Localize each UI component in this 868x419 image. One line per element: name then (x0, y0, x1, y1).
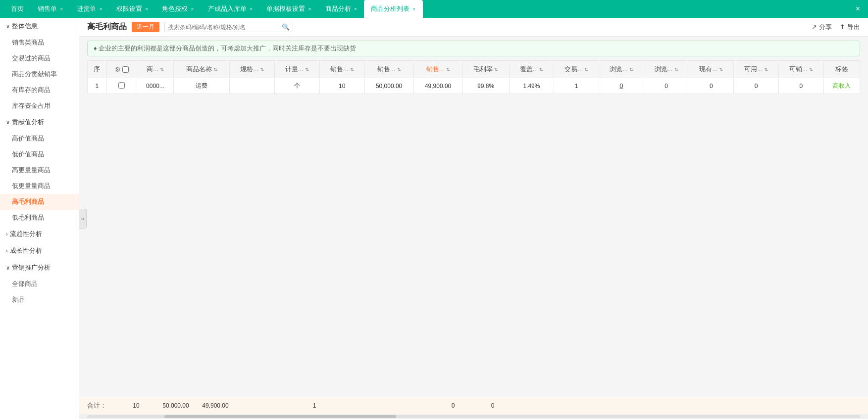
tab-analysis-label: 商品分析 (325, 4, 351, 13)
col-name[interactable]: 商品名称 ⇅ (174, 61, 230, 78)
cell-trade-days: 1 (554, 78, 599, 94)
tab-home[interactable]: 首页 (4, 0, 31, 18)
sidebar-section-marketing-label: 营销推广分析 (12, 263, 51, 272)
sidebar-section-growth[interactable]: › 成长性分析 (0, 242, 79, 259)
scrollbar-track (87, 415, 860, 418)
content-header: 高毛利商品 近一月 🔍 ↗ 分享 ⬆ 导出 (79, 18, 868, 37)
footer-label: 合计： (87, 401, 106, 410)
sort-icon-sale-qty: ⇅ (350, 67, 354, 72)
col-code[interactable]: 商... ⇅ (137, 61, 173, 78)
select-all-checkbox[interactable] (122, 66, 129, 73)
tab-purchase-close[interactable]: × (99, 6, 102, 12)
cell-current-stock: 0 (689, 78, 734, 94)
col-sale-qty[interactable]: 销售... ⇅ (319, 61, 364, 78)
footer-bar: 合计： 10 50,000.00 49,900.00 1 0 0 (79, 397, 868, 414)
sidebar-item-high-freq[interactable]: 高更量量商品 (0, 162, 79, 178)
tab-analysis-list[interactable]: 商品分析列表 × (364, 0, 422, 18)
chevron-right-icon-2: › (6, 248, 8, 254)
cell-seq: 1 (88, 78, 107, 94)
col-avail-stock[interactable]: 可用... ⇅ (734, 61, 779, 78)
sidebar-item-low-margin[interactable]: 低毛利商品 (0, 210, 79, 226)
date-filter-button[interactable]: 近一月 (132, 22, 159, 32)
sidebar-section-contribution[interactable]: ∨ 贡献值分析 (0, 114, 79, 131)
search-input[interactable] (168, 24, 280, 31)
footer-current-stock: 0 (433, 402, 473, 409)
horizontal-scrollbar[interactable] (79, 414, 868, 419)
tab-product-in-close[interactable]: × (250, 6, 253, 12)
tab-product-in[interactable]: 产成品入库单 × (201, 0, 259, 18)
sidebar-item-all-goods[interactable]: 全部商品 (0, 276, 79, 292)
cell-avail-stock: 0 (734, 78, 779, 94)
tab-role-close[interactable]: × (191, 6, 194, 12)
tab-template-close[interactable]: × (308, 6, 311, 12)
search-icon[interactable]: 🔍 (282, 23, 290, 31)
col-browse2[interactable]: 浏览... ⇅ (644, 61, 689, 78)
col-sale-amt[interactable]: 销售... ⇅ (364, 61, 413, 78)
sidebar-section-overall[interactable]: ∨ 整体信息 (0, 18, 79, 35)
col-spec[interactable]: 规格... ⇅ (230, 61, 275, 78)
footer-avail-stock: 0 (473, 402, 512, 409)
sidebar-section-marketing[interactable]: ∨ 营销推广分析 (0, 259, 79, 276)
col-browse1-label: 浏览... (610, 65, 628, 74)
col-sale-profit[interactable]: 销售... ⇅ (413, 61, 462, 78)
col-browse1[interactable]: 浏览... ⇅ (599, 61, 644, 78)
tab-analysis[interactable]: 商品分析 × (318, 0, 364, 18)
col-avail-stock-label: 可用... (744, 65, 763, 74)
sidebar-item-low-value[interactable]: 低价值商品 (0, 146, 79, 162)
double-left-arrow-icon: « (81, 215, 84, 222)
sidebar-collapse-button[interactable]: « (79, 209, 87, 229)
sidebar-section-overall-label: 整体信息 (12, 22, 38, 31)
scrollbar-thumb[interactable] (164, 415, 396, 418)
col-current-stock[interactable]: 现有... ⇅ (689, 61, 734, 78)
sidebar-section-flow[interactable]: › 流趋性分析 (0, 226, 79, 242)
col-trade-days[interactable]: 交易... ⇅ (554, 61, 599, 78)
tab-analysis-list-close[interactable]: × (412, 6, 415, 12)
sidebar: ∨ 整体信息 销售类商品 交易过的商品 商品分贡献销率 有库存的商品 库存资金占… (0, 18, 79, 419)
tab-template[interactable]: 单据模板设置 × (259, 0, 318, 18)
main-layout: ∨ 整体信息 销售类商品 交易过的商品 商品分贡献销率 有库存的商品 库存资金占… (0, 18, 868, 419)
tab-role-label: 角色授权 (162, 4, 188, 13)
sidebar-section-growth-label: 成长性分析 (10, 246, 42, 255)
col-gross-rate[interactable]: 毛利率 ⇅ (462, 61, 509, 78)
export-button[interactable]: ⬆ 导出 (840, 23, 860, 32)
sidebar-item-sale-goods[interactable]: 销售类商品 (0, 35, 79, 50)
sidebar-item-in-stock[interactable]: 有库存的商品 (0, 82, 79, 98)
info-text: ♦ 企业的主要的利润都是这部分商品创造的，可考虑加大推广，同时关注库存是不要出现… (94, 44, 356, 53)
col-sale-stock[interactable]: 可销... ⇅ (778, 61, 823, 78)
col-coverage[interactable]: 覆盖... ⇅ (509, 61, 554, 78)
tab-permission-label: 权限设置 (116, 4, 142, 13)
sidebar-item-high-value[interactable]: 高价值商品 (0, 131, 79, 146)
row-checkbox[interactable] (118, 82, 125, 89)
tab-permission[interactable]: 权限设置 × (109, 0, 155, 18)
tab-analysis-close[interactable]: × (354, 6, 357, 12)
sidebar-item-contribution[interactable]: 商品分贡献销率 (0, 66, 79, 82)
sort-icon-code: ⇅ (160, 67, 164, 72)
col-seq-label: 序 (94, 65, 100, 74)
sidebar-item-high-margin[interactable]: 高毛利商品 (0, 194, 79, 210)
sidebar-item-traded-goods[interactable]: 交易过的商品 (0, 50, 79, 66)
tab-purchase[interactable]: 进货单 × (70, 0, 109, 18)
window-close-button[interactable]: × (852, 4, 864, 13)
sidebar-section-flow-label: 流趋性分析 (10, 230, 42, 238)
col-unit[interactable]: 计量... ⇅ (275, 61, 320, 78)
sort-icon-avail-stock: ⇅ (764, 67, 768, 72)
col-tag-label: 标签 (835, 65, 848, 74)
tab-permission-close[interactable]: × (145, 6, 148, 12)
tab-sales-close[interactable]: × (60, 6, 63, 12)
settings-icon[interactable]: ⚙ (115, 66, 121, 73)
cell-name: 运费 (174, 78, 230, 94)
sidebar-item-new-goods[interactable]: 新品 (0, 292, 79, 308)
sort-icon-gross-rate: ⇅ (494, 67, 498, 72)
sort-icon-browse2: ⇅ (674, 67, 678, 72)
share-button[interactable]: ↗ 分享 (812, 23, 832, 32)
tab-sales[interactable]: 销售单 × (31, 0, 70, 18)
cell-coverage: 1.49% (509, 78, 554, 94)
sidebar-item-stock-capital[interactable]: 库存资金占用 (0, 98, 79, 114)
cell-unit: 个 (275, 78, 320, 94)
tag-badge: 高收入 (833, 82, 851, 89)
cell-browse1[interactable]: 0 (599, 78, 644, 94)
sidebar-item-low-freq[interactable]: 低更量量商品 (0, 178, 79, 194)
tab-role[interactable]: 角色授权 × (155, 0, 201, 18)
sort-icon-browse1: ⇅ (629, 67, 633, 72)
sort-icon-trade-days: ⇅ (584, 67, 588, 72)
